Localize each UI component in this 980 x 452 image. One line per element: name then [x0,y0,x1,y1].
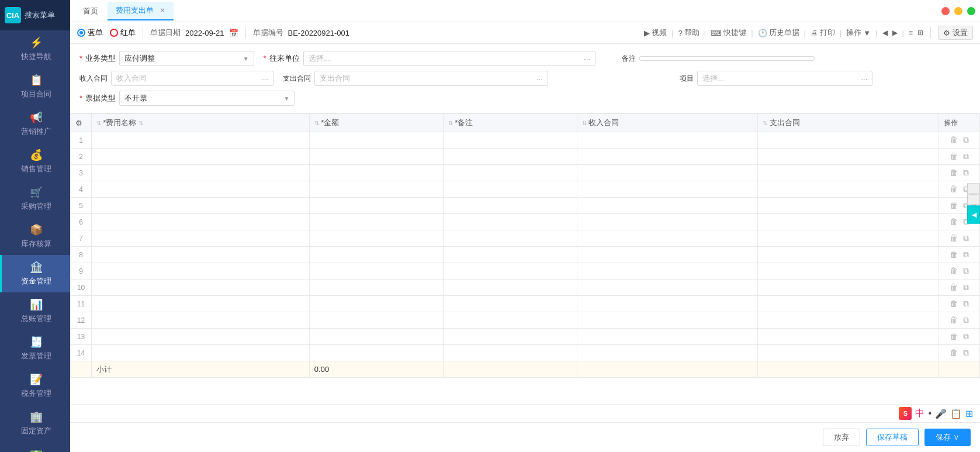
row-remark-14[interactable] [443,345,577,361]
brand-icon-table[interactable]: 📋 [950,408,962,419]
row-delete-icon-2[interactable]: 🗑 [950,151,958,161]
window-max-btn[interactable] [967,7,975,15]
row-remark-13[interactable] [443,329,577,345]
row-amount-8[interactable] [309,247,443,263]
remark-input[interactable] [639,56,815,61]
sidebar-item-salary[interactable]: 💵 工资 [0,442,70,452]
tab-home[interactable]: 首页 [75,2,106,20]
brand-icon-dot[interactable]: • [928,408,931,419]
sidebar-item-shortcut[interactable]: ⚡ 快捷导航 [0,30,70,68]
tab-close-icon[interactable]: ✕ [160,6,165,15]
row-income-10[interactable] [577,280,758,296]
row-amount-13[interactable] [309,329,443,345]
help-btn[interactable]: ? 帮助 [678,27,699,38]
row-copy-icon-11[interactable]: ⧉ [963,299,969,308]
row-amount-10[interactable] [309,280,443,296]
row-name-10[interactable] [92,280,310,296]
row-copy-icon-2[interactable]: ⧉ [963,151,969,161]
row-amount-5[interactable] [309,198,443,214]
row-amount-3[interactable] [309,165,443,181]
search-menu[interactable]: CIA 搜索菜单 [0,0,70,30]
row-expense-6[interactable] [758,214,939,230]
row-name-12[interactable] [92,312,310,329]
sidebar-item-project[interactable]: 📋 项目合同 [0,68,70,105]
partner-input[interactable]: 选择... ··· [303,51,595,66]
row-name-8[interactable] [92,247,310,263]
right-float-btn-1[interactable]: 附 [967,183,980,194]
row-amount-2[interactable] [309,149,443,165]
row-remark-9[interactable] [443,263,577,280]
row-name-4[interactable] [92,181,310,198]
row-delete-icon-13[interactable]: 🗑 [950,332,958,341]
view-list-btn[interactable]: ≡ [909,29,913,37]
row-delete-icon-7[interactable]: 🗑 [950,233,958,243]
tab-expense[interactable]: 费用支出单 ✕ [108,2,174,20]
row-remark-1[interactable] [443,132,577,149]
row-expense-1[interactable] [758,132,939,149]
discard-button[interactable]: 放弃 [823,429,860,446]
row-remark-4[interactable] [443,181,577,198]
table-settings-icon[interactable]: ⚙ [75,119,82,127]
sidebar-item-tax[interactable]: 📝 税务管理 [0,367,70,405]
row-amount-4[interactable] [309,181,443,198]
partner-dots-icon[interactable]: ··· [584,54,590,63]
row-copy-icon-13[interactable]: ⧉ [963,332,969,341]
row-delete-icon-6[interactable]: 🗑 [950,217,958,226]
row-remark-5[interactable] [443,198,577,214]
red-bill-radio[interactable]: 红单 [110,27,136,38]
sidebar-item-capital[interactable]: 🏦 资金管理 [0,255,70,292]
row-copy-icon-14[interactable]: ⧉ [963,348,969,357]
row-income-14[interactable] [577,345,758,361]
brand-icon-mic[interactable]: 🎤 [935,408,947,419]
row-delete-icon-11[interactable]: 🗑 [950,299,958,308]
row-expense-8[interactable] [758,247,939,263]
row-copy-icon-1[interactable]: ⧉ [963,135,969,144]
row-income-6[interactable] [577,214,758,230]
row-delete-icon-14[interactable]: 🗑 [950,348,958,357]
row-income-5[interactable] [577,198,758,214]
row-income-7[interactable] [577,230,758,247]
row-name-3[interactable] [92,165,310,181]
row-delete-icon-4[interactable]: 🗑 [950,184,958,194]
row-income-4[interactable] [577,181,758,198]
expense-contract-dots-icon[interactable]: ··· [536,74,543,83]
row-remark-7[interactable] [443,230,577,247]
income-contract-dots-icon[interactable]: ··· [262,74,268,83]
row-delete-icon-5[interactable]: 🗑 [950,201,958,210]
row-name-2[interactable] [92,149,310,165]
row-expense-10[interactable] [758,280,939,296]
row-remark-10[interactable] [443,280,577,296]
row-income-11[interactable] [577,296,758,312]
row-name-11[interactable] [92,296,310,312]
project-input[interactable]: 选择... ··· [697,71,872,86]
row-name-6[interactable] [92,214,310,230]
table-container[interactable]: ⚙ ⇅ *费用名称 ⇅ ⇅ *金额 ⇅ *备注 [70,113,980,404]
row-income-9[interactable] [577,263,758,280]
save-button[interactable]: 保存 ∨ [924,429,971,446]
row-copy-icon-3[interactable]: ⧉ [963,168,969,177]
row-expense-2[interactable] [758,149,939,165]
row-income-1[interactable] [577,132,758,149]
row-delete-icon-10[interactable]: 🗑 [950,282,958,292]
nav-next-btn[interactable]: ▶ [892,29,898,37]
brand-icon-grid[interactable]: ⊞ [965,408,973,419]
row-expense-9[interactable] [758,263,939,280]
sidebar-item-ledger[interactable]: 📊 总账管理 [0,292,70,330]
row-remark-8[interactable] [443,247,577,263]
view-grid-btn[interactable]: ⊞ [917,29,923,37]
row-remark-2[interactable] [443,149,577,165]
row-expense-5[interactable] [758,198,939,214]
row-amount-6[interactable] [309,214,443,230]
row-amount-7[interactable] [309,230,443,247]
right-float-btn-2[interactable]: 日 [967,194,980,205]
row-remark-6[interactable] [443,214,577,230]
row-income-8[interactable] [577,247,758,263]
row-income-2[interactable] [577,149,758,165]
row-amount-12[interactable] [309,312,443,329]
window-close-btn[interactable] [941,7,950,15]
save-draft-button[interactable]: 保存草稿 [866,429,919,446]
row-copy-icon-7[interactable]: ⧉ [963,233,969,243]
shortcut-btn[interactable]: ⌨ 快捷键 [711,27,746,38]
row-name-9[interactable] [92,263,310,280]
income-contract-input[interactable]: 收入合同 ··· [111,71,273,86]
